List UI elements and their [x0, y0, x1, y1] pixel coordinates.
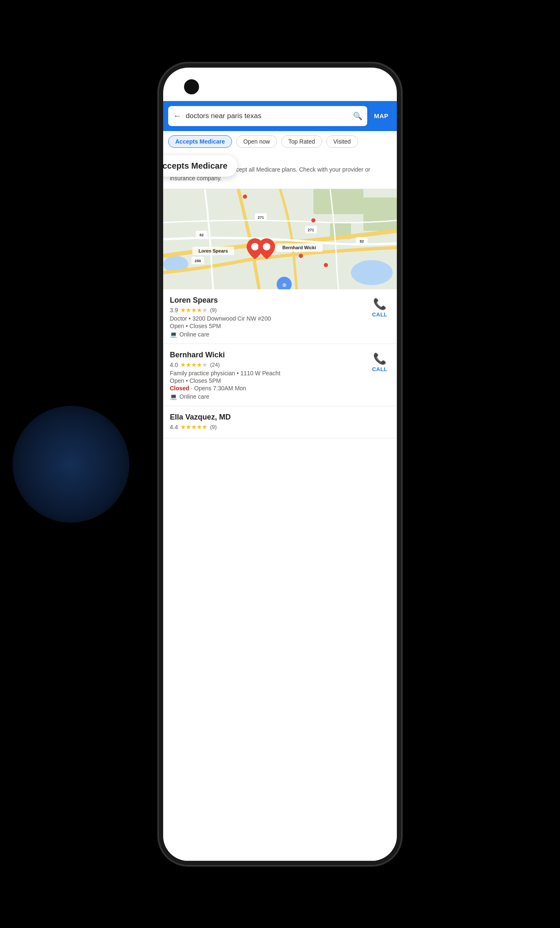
detail-loren: Doctor • 3200 Downwood Cir NW #200	[170, 315, 369, 322]
online-care-loren: 💻 Online care	[170, 331, 369, 338]
filter-chip-medicare[interactable]: Accepts Medicare	[168, 135, 232, 148]
status-bernhard: Open • Closes 5PM	[170, 377, 369, 384]
search-bar: ← doctors near paris texas 🔍 MAP	[163, 101, 397, 131]
svg-text:271: 271	[308, 228, 314, 232]
svg-point-19	[263, 243, 270, 250]
camera-dot	[184, 79, 199, 94]
detail-bernhard: Family practice physician • 1110 W Peach…	[170, 370, 369, 377]
listing-info-ella: Ella Vazquez, MD 4.4 ★★★★★★ (9)	[170, 413, 390, 432]
stars-ella: ★★★★★★	[180, 423, 207, 431]
online-care-icon-bernhard: 💻	[170, 393, 177, 400]
background-blob	[13, 406, 129, 523]
svg-point-21	[311, 218, 315, 223]
review-count-ella: (9)	[210, 424, 217, 430]
rating-row-bernhard: 4.0 ★★★★★ (24)	[170, 361, 369, 369]
svg-text:82: 82	[360, 239, 364, 243]
rating-row-loren: 3.9 ★★★★★ (9)	[170, 306, 369, 314]
filter-chip-visited[interactable]: Visited	[326, 135, 358, 148]
svg-point-22	[299, 254, 303, 258]
closed-badge-bernhard: Closed	[170, 385, 189, 392]
svg-text:Bernhard Wicki: Bernhard Wicki	[283, 245, 316, 250]
svg-text:271: 271	[257, 215, 264, 220]
svg-point-4	[351, 260, 393, 285]
listing-loren-spears[interactable]: Loren Spears 3.9 ★★★★★ (9) Doctor • 3200…	[163, 289, 397, 344]
doctor-name-ella: Ella Vazquez, MD	[170, 413, 390, 422]
svg-point-17	[251, 243, 259, 250]
svg-point-20	[243, 195, 247, 199]
svg-rect-2	[363, 197, 397, 231]
listing-info-loren: Loren Spears 3.9 ★★★★★ (9) Doctor • 3200…	[170, 296, 369, 338]
phone-icon-loren: 📞	[373, 298, 386, 311]
search-icon[interactable]: 🔍	[353, 111, 362, 121]
online-care-text-bernhard: Online care	[179, 393, 209, 400]
doctor-name-bernhard: Bernhard Wicki	[170, 351, 369, 359]
rating-number-bernhard: 4.0	[170, 362, 178, 368]
scene: ← doctors near paris texas 🔍 MAP Accepts…	[0, 0, 560, 928]
call-button-bernhard[interactable]: 📞 CALL	[369, 351, 390, 372]
filter-row: Accepts Medicare Open now Top Rated Visi…	[163, 131, 397, 152]
rating-number-loren: 3.9	[170, 307, 178, 314]
rating-row-ella: 4.4 ★★★★★★ (9)	[170, 423, 390, 431]
filter-chip-toprated[interactable]: Top Rated	[281, 135, 322, 148]
phone-frame: ← doctors near paris texas 🔍 MAP Accepts…	[163, 68, 397, 861]
filter-chip-open[interactable]: Open now	[236, 135, 277, 148]
search-input-wrapper[interactable]: ← doctors near paris texas 🔍	[168, 106, 367, 126]
status-loren: Open • Closes 5PM	[170, 323, 369, 329]
call-button-loren[interactable]: 📞 CALL	[369, 296, 390, 318]
listing-ella-vazquez[interactable]: Ella Vazquez, MD 4.4 ★★★★★★ (9)	[163, 406, 397, 438]
svg-text:82: 82	[199, 233, 204, 237]
rating-number-ella: 4.4	[170, 424, 178, 430]
svg-text:Loren Spears: Loren Spears	[199, 248, 228, 253]
phone-icon-bernhard: 📞	[373, 352, 386, 365]
svg-point-23	[324, 263, 328, 267]
online-care-text-loren: Online care	[179, 331, 209, 338]
closed-status-bernhard: Closed · Opens 7:30AM Mon	[170, 385, 369, 392]
map-area[interactable]: 82 271 271 82 286	[163, 189, 397, 289]
review-count-loren: (9)	[210, 307, 217, 313]
stars-bernhard: ★★★★★	[180, 361, 207, 369]
medicare-pill: Accepts Medicare	[163, 155, 237, 177]
listing-info-bernhard: Bernhard Wicki 4.0 ★★★★★ (24) Family pra…	[170, 351, 369, 400]
online-care-icon-loren: 💻	[170, 331, 177, 338]
map-button[interactable]: MAP	[371, 112, 392, 119]
doctor-name-loren: Loren Spears	[170, 296, 369, 305]
back-button[interactable]: ←	[173, 111, 182, 121]
svg-text:286: 286	[194, 259, 201, 263]
stars-loren: ★★★★★	[180, 306, 207, 314]
opens-text-bernhard: · Opens 7:30AM Mon	[191, 385, 246, 392]
content-area: Places shown may not accept all Medicare…	[163, 159, 397, 861]
search-query[interactable]: doctors near paris texas	[186, 112, 349, 120]
svg-text:⊕: ⊕	[282, 282, 287, 288]
call-label-bernhard: CALL	[372, 366, 388, 372]
listing-bernhard-wicki[interactable]: Bernhard Wicki 4.0 ★★★★★ (24) Family pra…	[163, 344, 397, 406]
map-svg: 82 271 271 82 286	[163, 189, 397, 289]
online-care-bernhard: 💻 Online care	[170, 393, 369, 400]
review-count-bernhard: (24)	[210, 362, 219, 368]
call-label-loren: CALL	[372, 311, 388, 318]
svg-rect-1	[313, 189, 363, 214]
